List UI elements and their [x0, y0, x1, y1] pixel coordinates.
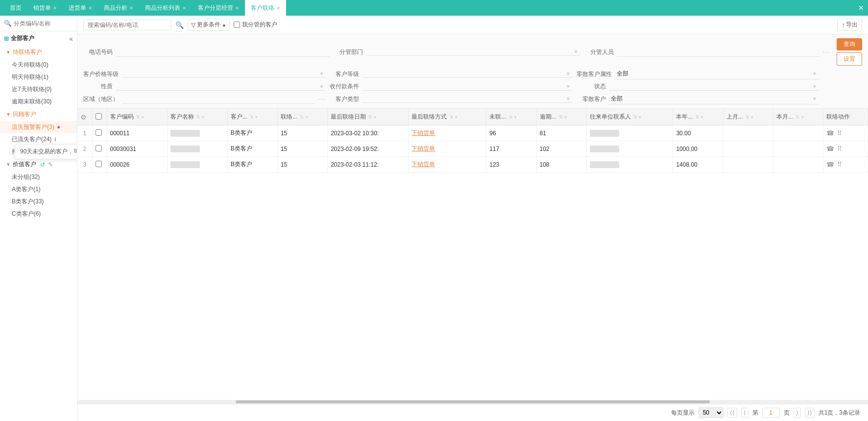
sidebar-item-ungroup[interactable]: 未分组(32)	[0, 171, 77, 183]
col-last-month[interactable]: 上月... ⇅ ▾	[723, 109, 773, 125]
col-type[interactable]: 客户... ⇅ ▾	[227, 109, 277, 125]
row-checkbox[interactable]	[92, 141, 107, 157]
sidebar-item-7days[interactable]: 近7天待联络(0)	[0, 83, 77, 96]
row-checkbox[interactable]	[92, 125, 107, 141]
col-menu-icon[interactable]: ▾	[202, 115, 204, 120]
sidebar-item-today[interactable]: 今天待联络(0)	[0, 59, 77, 71]
manager-input[interactable]	[617, 48, 820, 57]
search-input[interactable]	[83, 20, 171, 30]
my-customers-checkbox[interactable]	[234, 22, 240, 28]
horizontal-scrollbar[interactable]	[77, 400, 868, 404]
tab-product-analysis[interactable]: 商品分析 ✕	[98, 0, 139, 16]
sidebar-item-overdue[interactable]: 逾期未联络(30)	[0, 96, 77, 108]
col-menu-icon[interactable]: ▾	[751, 115, 753, 120]
tab-sales[interactable]: 销货单 ✕	[27, 0, 63, 16]
row-last-method[interactable]: 下销货单	[409, 141, 486, 157]
export-button[interactable]: ↑ 导出	[837, 19, 862, 31]
tab-purchase[interactable]: 进货单 ✕	[63, 0, 98, 16]
refresh-icon[interactable]: ↺	[40, 161, 45, 168]
close-all-button[interactable]: ✕	[858, 4, 864, 12]
sidebar-section-value[interactable]: ▼ 价值客户 ↺ ✎	[0, 158, 77, 171]
per-page-select[interactable]: 50 100 200	[699, 407, 723, 418]
row-checkbox[interactable]	[92, 157, 107, 173]
customer-type-select[interactable]: ▼	[362, 95, 572, 103]
col-menu-icon[interactable]: ▾	[374, 115, 377, 120]
col-menu-icon[interactable]: ▾	[306, 115, 308, 120]
more-icon[interactable]: ⠿	[837, 161, 842, 168]
col-last-method[interactable]: 最后联络方式 ⇅ ▾	[409, 109, 486, 125]
close-icon[interactable]: ✕	[53, 5, 57, 11]
status-select[interactable]: ▼	[609, 83, 819, 91]
sidebar-section-review[interactable]: ▼ 回顾客户	[0, 108, 77, 121]
sidebar-item-churn-warning[interactable]: 流失预警客户(3) ●	[0, 121, 77, 133]
customer-level-select[interactable]: ▼	[362, 70, 572, 78]
tab-customer-layer[interactable]: 客户分层经营 ✕	[192, 0, 245, 16]
col-unlisted[interactable]: 未联... ⇅ ▾	[486, 109, 536, 125]
col-menu-icon[interactable]: ▾	[142, 115, 144, 120]
edit-icon[interactable]: ✎	[48, 161, 53, 168]
col-checkbox[interactable]	[92, 109, 107, 125]
col-menu-icon[interactable]: ▾	[701, 115, 703, 120]
zero-customer-select[interactable]: 全部 ▼	[609, 94, 819, 104]
price-level-select[interactable]: ▼	[121, 70, 326, 78]
tab-customer-contact[interactable]: 客户联络 ✕	[245, 0, 286, 16]
nav-prev[interactable]: ⟨	[741, 408, 748, 418]
page-input[interactable]	[762, 408, 780, 418]
more-options-icon[interactable]: ···	[318, 96, 326, 102]
row-last-method[interactable]: 下销货单	[409, 157, 486, 173]
col-menu-icon[interactable]: ▾	[801, 115, 804, 120]
more-icon[interactable]: ⠿	[837, 145, 842, 152]
close-icon[interactable]: ✕	[88, 5, 92, 11]
search-button[interactable]: 🔍	[175, 21, 184, 29]
tab-product-list[interactable]: 商品分析列表 ✕	[139, 0, 192, 16]
col-unit-contact[interactable]: 往来单位联系人 ⇅ ▾	[586, 109, 673, 125]
gender-select[interactable]: ▼	[116, 83, 326, 91]
settings-gear-icon[interactable]: ⚙	[80, 113, 87, 121]
tab-home[interactable]: 首页	[4, 0, 27, 16]
col-settings[interactable]: ⚙	[77, 109, 92, 125]
contact-icon[interactable]: ☎	[826, 145, 834, 152]
row-last-method[interactable]: 下销货单	[409, 125, 486, 141]
col-this-year[interactable]: 本年... ⇅ ▾	[673, 109, 723, 125]
close-icon[interactable]: ✕	[235, 5, 239, 11]
col-code[interactable]: 客户编码 ⇅ ▾	[107, 109, 167, 125]
phone-input[interactable]	[116, 48, 330, 57]
col-menu-icon[interactable]: ▾	[455, 115, 458, 120]
more-conditions-button[interactable]: ▽ 更多条件 ▲	[188, 19, 230, 31]
query-button[interactable]: 查询	[837, 38, 862, 50]
col-overdue[interactable]: 逾期... ⇅ ▾	[536, 109, 586, 125]
col-last-date[interactable]: 最后联络日期 ⇅ ▾	[328, 109, 409, 125]
col-menu-icon[interactable]: ▾	[564, 115, 567, 120]
zero-attr-select[interactable]: 全部 ▼	[615, 69, 819, 79]
region-input[interactable]	[121, 95, 315, 104]
contact-icon[interactable]: ☎	[826, 129, 834, 137]
close-icon[interactable]: ✕	[129, 5, 133, 11]
col-menu-icon[interactable]: ▾	[639, 115, 641, 120]
select-all-checkbox[interactable]	[96, 113, 102, 120]
col-this-month[interactable]: 本月... ⇅ ▾	[773, 109, 823, 125]
col-menu-icon[interactable]: ▾	[514, 115, 517, 120]
payment-select[interactable]: ▼	[362, 83, 572, 91]
sidebar-section-pending[interactable]: ▼ 待联络客户	[0, 46, 77, 59]
nav-last[interactable]: ⟩⟩	[805, 408, 815, 418]
settings-button[interactable]: 设置	[837, 52, 862, 66]
close-icon[interactable]: ✕	[276, 5, 280, 11]
col-menu-icon[interactable]: ▾	[255, 115, 258, 120]
sidebar-item-a-class[interactable]: A类客户(1)	[0, 183, 77, 196]
sidebar-root[interactable]: ⊞ 全部客户 «	[0, 31, 77, 46]
col-contacts[interactable]: 联络... ⇅ ▾	[277, 109, 327, 125]
close-icon[interactable]: ✕	[182, 5, 186, 11]
scrollbar-thumb[interactable]	[236, 400, 710, 403]
contact-icon[interactable]: ☎	[826, 161, 834, 168]
sidebar-search-input[interactable]	[14, 20, 77, 27]
my-customers-filter[interactable]: 我分管的客户	[234, 21, 277, 29]
more-options-icon[interactable]: ···	[823, 49, 831, 55]
dept-select[interactable]: ▼	[366, 48, 580, 56]
more-icon[interactable]: ⠿	[837, 129, 842, 137]
sidebar-item-b-class[interactable]: B类客户(33)	[0, 196, 77, 208]
sidebar-item-tomorrow[interactable]: 明天待联络(1)	[0, 71, 77, 83]
nav-first[interactable]: ⟨⟨	[727, 408, 737, 418]
sidebar-item-c-class[interactable]: C类客户(6)	[0, 208, 77, 220]
collapse-button[interactable]: «	[69, 35, 73, 43]
nav-next[interactable]: ⟩	[794, 408, 801, 418]
